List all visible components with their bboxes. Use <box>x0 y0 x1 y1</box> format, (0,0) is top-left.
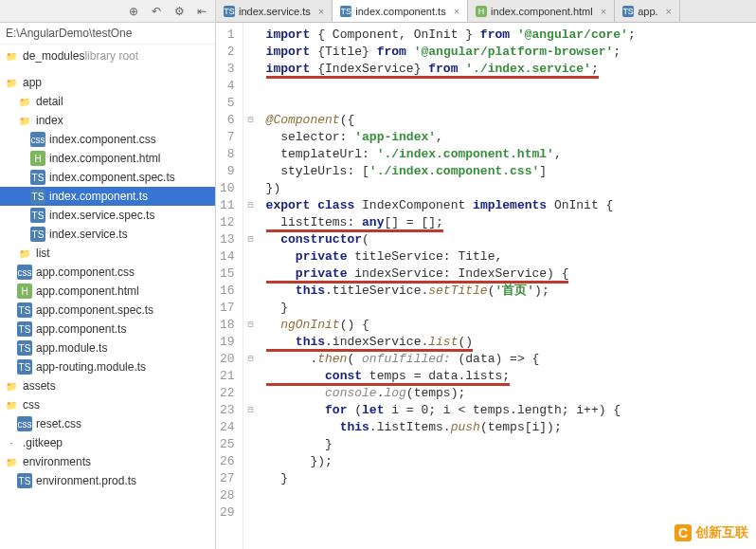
code-line[interactable]: private titleService: Title, <box>266 248 748 265</box>
tree-item-label: index.service.ts <box>49 228 128 241</box>
code-area[interactable]: import { Component, OnInit } from '@angu… <box>259 23 756 549</box>
code-line[interactable]: } <box>266 470 748 487</box>
tree-item[interactable]: 📁index <box>0 111 215 130</box>
code-line[interactable]: constructor( <box>266 231 748 248</box>
tree-item-label: app.component.ts <box>36 322 126 336</box>
code-line[interactable]: selector: 'app-index', <box>266 129 748 146</box>
tree-item[interactable]: TSapp.module.ts <box>0 339 215 357</box>
tree-item-label: index.component.ts <box>49 190 148 203</box>
tree-item-label: de_modules <box>23 49 84 63</box>
tree-item[interactable]: TSenvironment.prod.ts <box>0 471 215 490</box>
code-line[interactable]: import {Title} from '@angular/platform-b… <box>266 44 748 61</box>
editor-tab[interactable]: TSapp.× <box>615 0 680 22</box>
tree-item[interactable]: ·.gitkeep <box>0 433 215 452</box>
tree-item[interactable]: 📁assets <box>0 376 215 395</box>
ts-icon: TS <box>30 227 45 242</box>
folder-icon: 📁 <box>4 48 19 64</box>
tree-item-label: index.component.spec.ts <box>49 171 175 184</box>
code-line[interactable]: import { Component, OnInit } from '@angu… <box>266 27 748 44</box>
back-icon[interactable]: ↶ <box>147 2 166 21</box>
tree-item[interactable]: cssapp.component.css <box>0 263 215 282</box>
tree-item-label: detail <box>36 95 63 108</box>
code-line[interactable]: ngOnInit() { <box>266 317 748 334</box>
code-line[interactable]: @Component({ <box>266 112 748 129</box>
gear-icon[interactable]: ⚙ <box>170 2 189 21</box>
ts-icon: TS <box>340 6 351 17</box>
code-line[interactable]: import {IndexService} from './index.serv… <box>266 61 748 78</box>
code-line[interactable]: } <box>266 436 748 453</box>
code-line[interactable]: .then( onfulfilled: (data) => { <box>266 351 748 368</box>
tree-item[interactable]: TSindex.service.spec.ts <box>0 206 215 225</box>
code-line[interactable]: } <box>266 300 748 317</box>
tree-item[interactable]: 📁de_modules library root <box>0 46 215 65</box>
folder-icon: 📁 <box>4 454 19 469</box>
tree-item[interactable]: 📁environments <box>0 452 215 471</box>
editor-tab[interactable]: TSindex.service.ts× <box>216 0 333 22</box>
code-line[interactable]: const temps = data.lists; <box>266 368 748 385</box>
tree-item-label: list <box>36 247 50 260</box>
tree-item[interactable]: TSapp-routing.module.ts <box>0 357 215 376</box>
watermark-text: 创新互联 <box>695 524 748 541</box>
code-line[interactable]: listItems: any[] = []; <box>266 214 748 231</box>
tree-item-label: environment.prod.ts <box>36 474 136 487</box>
code-line[interactable]: for (let i = 0; i < temps.length; i++) { <box>266 402 748 419</box>
folder-icon: 📁 <box>4 75 19 90</box>
tree-item[interactable]: 📁list <box>0 244 215 263</box>
tree-item-label: app <box>23 76 42 89</box>
tree-item[interactable]: Hindex.component.html <box>0 149 215 168</box>
tree-item-label: css <box>23 398 40 412</box>
tree-item[interactable]: 📁app <box>0 73 215 92</box>
code-editor[interactable]: 1234567891011121314151617181920212223242… <box>216 23 756 549</box>
tree-item[interactable]: TSindex.component.ts <box>0 187 215 206</box>
code-line[interactable] <box>266 504 748 522</box>
tree-item-label: assets <box>23 379 56 393</box>
code-line[interactable]: this.titleService.setTitle('首页'); <box>266 283 748 300</box>
tree-item[interactable]: TSindex.service.ts <box>0 225 215 244</box>
ts-icon: TS <box>622 6 634 17</box>
ts-icon: TS <box>17 321 32 337</box>
tree-item-label: reset.css <box>36 417 81 430</box>
code-line[interactable]: }) <box>266 180 748 197</box>
editor-tab[interactable]: Hindex.component.html× <box>468 0 615 22</box>
tree-item-label: index.component.css <box>49 133 156 146</box>
code-line[interactable]: }); <box>266 453 748 470</box>
tree-item[interactable]: TSindex.component.spec.ts <box>0 168 215 187</box>
tree-item-label: app.component.html <box>36 284 139 298</box>
tree-item[interactable]: TSapp.component.ts <box>0 320 215 339</box>
folder-icon: 📁 <box>17 94 32 109</box>
tree-item[interactable]: TSapp.component.spec.ts <box>0 301 215 320</box>
ts-icon: TS <box>17 340 32 356</box>
code-line[interactable] <box>266 78 748 95</box>
code-line[interactable]: this.listItems.push(temps[i]); <box>266 419 748 436</box>
code-line[interactable]: console.log(temps); <box>266 385 748 402</box>
code-line[interactable]: styleUrls: ['./index.component.css'] <box>266 163 748 180</box>
tree-item[interactable]: cssreset.css <box>0 414 215 433</box>
close-icon[interactable]: × <box>666 6 672 17</box>
tree-item[interactable]: 📁detail <box>0 92 215 111</box>
editor-tab[interactable]: TSindex.component.ts× <box>333 0 468 22</box>
tab-label: index.component.ts <box>355 6 445 17</box>
line-gutter: 1234567891011121314151617181920212223242… <box>216 23 243 549</box>
tree-item[interactable]: Happ.component.html <box>0 282 215 301</box>
code-line[interactable] <box>266 487 748 504</box>
tree-item-label: app-routing.module.ts <box>36 360 146 374</box>
close-icon[interactable]: × <box>601 6 606 17</box>
target-icon[interactable]: ⊕ <box>124 2 143 21</box>
code-line[interactable]: export class IndexComponent implements O… <box>266 197 748 214</box>
folder-icon: 📁 <box>4 378 19 393</box>
folder-icon: 📁 <box>17 246 32 261</box>
tree-item-label: environments <box>23 455 91 468</box>
project-tree-panel: ⊕ ↶ ⚙ ⇤ E:\AngularDemo\testOne 📁de_modul… <box>0 0 216 549</box>
code-line[interactable]: this.indexService.list() <box>266 334 748 351</box>
code-line[interactable]: templateUrl: './index.component.html', <box>266 146 748 163</box>
collapse-icon[interactable]: ⇤ <box>192 2 211 21</box>
tree-item[interactable]: cssindex.component.css <box>0 130 215 149</box>
tree-item[interactable]: 📁css <box>0 395 215 414</box>
close-icon[interactable]: × <box>318 6 324 17</box>
code-line[interactable] <box>266 95 748 112</box>
close-icon[interactable]: × <box>454 6 459 17</box>
editor-tabs: TSindex.service.ts×TSindex.component.ts×… <box>216 0 756 23</box>
code-line[interactable]: private indexService: IndexService) { <box>266 265 748 283</box>
ts-icon: TS <box>17 302 32 318</box>
sidebar-toolbar: ⊕ ↶ ⚙ ⇤ <box>0 0 215 23</box>
